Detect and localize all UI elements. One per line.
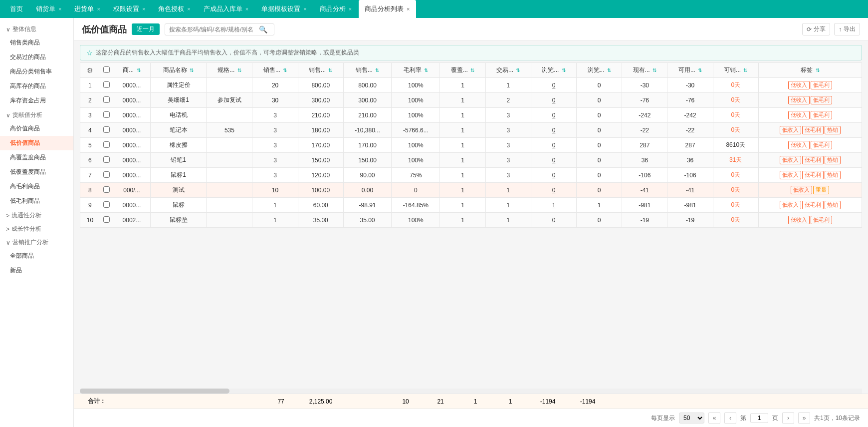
col-sale2[interactable]: 销售... ⇅ xyxy=(298,63,343,78)
col-code[interactable]: 商... ⇅ xyxy=(113,63,150,78)
row-browse1[interactable]: 0 xyxy=(531,108,576,123)
row-checkbox[interactable] xyxy=(103,126,110,133)
row-browse1[interactable]: 0 xyxy=(531,123,576,138)
first-page-btn[interactable]: « xyxy=(708,412,720,424)
row-checkbox[interactable] xyxy=(103,156,110,163)
share-btn[interactable]: ⟳ 分享 xyxy=(802,23,830,35)
nav-home[interactable]: 首页 xyxy=(4,0,29,18)
browse1-link[interactable]: 0 xyxy=(552,187,556,194)
row-checkbox[interactable] xyxy=(103,111,110,118)
row-checkbox-cell[interactable] xyxy=(100,108,113,123)
horizontal-scrollbar[interactable] xyxy=(80,389,862,394)
sidebar-group-growth[interactable]: > 成长性分析 xyxy=(0,222,73,235)
sidebar-item-high-margin[interactable]: 高毛利商品 xyxy=(0,179,73,194)
sidebar-item-category-rate[interactable]: 商品分类销售率 xyxy=(0,64,73,79)
sidebar-item-low-margin[interactable]: 低毛利商品 xyxy=(0,194,73,208)
settings-icon[interactable]: ⚙ xyxy=(87,66,93,74)
sidebar-group-contribution[interactable]: ∨ 贡献值分析 xyxy=(0,108,73,121)
close-icon[interactable]: × xyxy=(187,6,190,12)
nav-product-analysis[interactable]: 商品分析 × xyxy=(314,0,358,18)
row-checkbox-cell[interactable] xyxy=(100,198,113,213)
nav-roles[interactable]: 角色授权 × xyxy=(152,0,196,18)
row-browse1[interactable]: 0 xyxy=(531,213,576,228)
col-stock2[interactable]: 可用... ⇅ xyxy=(667,63,713,78)
row-checkbox[interactable] xyxy=(103,96,110,103)
nav-sales[interactable]: 销货单 × xyxy=(30,0,67,18)
row-browse1[interactable]: 0 xyxy=(531,153,576,168)
close-icon[interactable]: × xyxy=(303,6,306,12)
row-checkbox[interactable] xyxy=(103,171,110,178)
table-container[interactable]: ⚙ 商... ⇅ 商品名称 ⇅ 规格... ⇅ 销售... ⇅ 销售... ⇅ … xyxy=(74,62,868,389)
row-checkbox-cell[interactable] xyxy=(100,138,113,153)
close-icon[interactable]: × xyxy=(97,6,100,12)
time-filter-btn[interactable]: 近一月 xyxy=(132,23,160,35)
sidebar-item-low-coverage[interactable]: 低覆盖度商品 xyxy=(0,165,73,179)
sidebar-item-new-goods[interactable]: 新品 xyxy=(0,263,73,278)
prev-page-btn[interactable]: ‹ xyxy=(724,412,736,424)
col-sale3[interactable]: 销售... ⇅ xyxy=(343,63,391,78)
export-btn[interactable]: ↑ 导出 xyxy=(834,23,860,35)
browse1-link[interactable]: 0 xyxy=(552,82,556,89)
current-page-input[interactable] xyxy=(750,413,768,423)
next-page-btn[interactable]: › xyxy=(782,412,794,424)
close-icon[interactable]: × xyxy=(142,6,145,12)
nav-template[interactable]: 单据模板设置 × xyxy=(255,0,312,18)
browse1-link[interactable]: 0 xyxy=(552,157,556,164)
col-coverage[interactable]: 覆盖... ⇅ xyxy=(440,63,485,78)
browse1-link[interactable]: 0 xyxy=(552,142,556,149)
row-checkbox-cell[interactable] xyxy=(100,213,113,228)
row-browse1[interactable]: 0 xyxy=(531,183,576,198)
row-checkbox[interactable] xyxy=(103,81,110,88)
select-all-checkbox[interactable] xyxy=(103,66,110,73)
sidebar-item-high-stock[interactable]: 高库存的商品 xyxy=(0,79,73,93)
col-settings[interactable]: ⚙ xyxy=(80,63,100,78)
row-browse1[interactable]: 0 xyxy=(531,93,576,108)
col-stock3[interactable]: 可销... ⇅ xyxy=(713,63,758,78)
browse1-link[interactable]: 0 xyxy=(552,217,556,224)
scrollbar-thumb[interactable] xyxy=(80,389,229,394)
row-checkbox[interactable] xyxy=(103,216,110,223)
row-checkbox[interactable] xyxy=(103,141,110,148)
last-page-btn[interactable]: » xyxy=(798,412,810,424)
col-sale1[interactable]: 销售... ⇅ xyxy=(252,63,298,78)
row-checkbox-cell[interactable] xyxy=(100,183,113,198)
sidebar-group-overall[interactable]: ∨ 整体信息 xyxy=(0,22,73,35)
sidebar-group-marketing[interactable]: ∨ 营销推广分析 xyxy=(0,235,73,249)
row-checkbox[interactable] xyxy=(103,201,110,208)
search-input[interactable] xyxy=(169,26,259,33)
sidebar-item-low-value[interactable]: 低价值商品 xyxy=(0,136,73,150)
close-icon[interactable]: × xyxy=(349,6,352,12)
col-margin[interactable]: 毛利率 ⇅ xyxy=(392,63,440,78)
col-browse1[interactable]: 浏览... ⇅ xyxy=(531,63,576,78)
browse1-link[interactable]: 0 xyxy=(552,127,556,134)
col-tags[interactable]: 标签 ⇅ xyxy=(758,63,862,78)
row-checkbox-cell[interactable] xyxy=(100,153,113,168)
nav-product-analysis-list[interactable]: 商品分析列表 × xyxy=(359,0,416,18)
sidebar-item-high-coverage[interactable]: 高覆盖度商品 xyxy=(0,150,73,165)
col-trade[interactable]: 交易... ⇅ xyxy=(485,63,531,78)
close-icon[interactable]: × xyxy=(245,6,248,12)
nav-purchase[interactable]: 进货单 × xyxy=(68,0,106,18)
col-browse2[interactable]: 浏览... ⇅ xyxy=(577,63,622,78)
per-page-select[interactable]: 50 100 200 xyxy=(679,413,704,424)
sidebar-group-flow[interactable]: > 流通性分析 xyxy=(0,208,73,222)
col-stock1[interactable]: 现有... ⇅ xyxy=(622,63,667,78)
sidebar-item-all-goods[interactable]: 全部商品 xyxy=(0,249,73,263)
row-checkbox-cell[interactable] xyxy=(100,93,113,108)
sidebar-item-sales-goods[interactable]: 销售类商品 xyxy=(0,35,73,50)
row-checkbox[interactable] xyxy=(103,186,110,193)
row-browse1[interactable]: 0 xyxy=(531,168,576,183)
sidebar-item-stock-capital[interactable]: 库存资金占用 xyxy=(0,93,73,108)
col-spec[interactable]: 规格... ⇅ xyxy=(207,63,252,78)
browse1-link[interactable]: 1 xyxy=(552,202,556,209)
col-checkbox[interactable] xyxy=(100,63,113,78)
browse1-link[interactable]: 0 xyxy=(552,172,556,179)
nav-permissions[interactable]: 权限设置 × xyxy=(107,0,151,18)
row-checkbox-cell[interactable] xyxy=(100,78,113,93)
close-icon[interactable]: × xyxy=(58,6,61,12)
nav-product-entry[interactable]: 产成品入库单 × xyxy=(198,0,254,18)
browse1-link[interactable]: 0 xyxy=(552,112,556,119)
search-icon[interactable]: 🔍 xyxy=(259,25,267,33)
browse1-link[interactable]: 0 xyxy=(552,97,556,104)
close-icon[interactable]: × xyxy=(407,6,410,12)
